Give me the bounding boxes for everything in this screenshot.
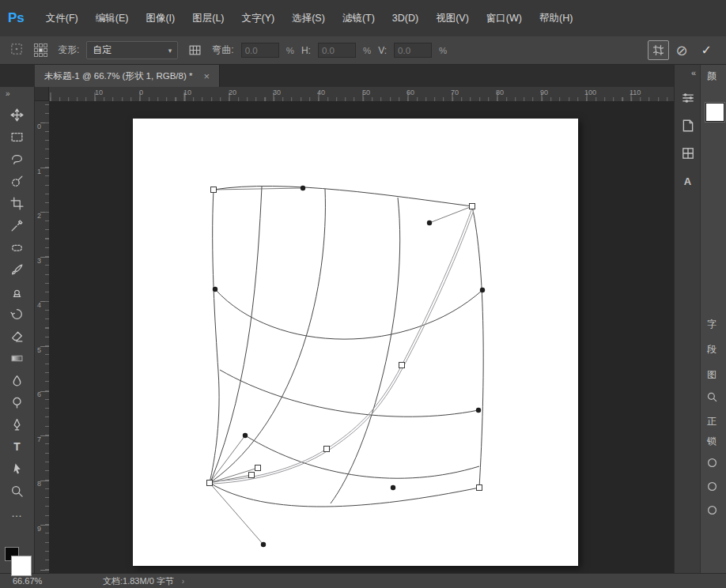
layer-visibility-toggle[interactable] <box>706 481 718 496</box>
adjustments-panel-button[interactable] <box>678 88 698 108</box>
rect-marquee-tool[interactable] <box>0 126 35 148</box>
eyedropper-tool[interactable] <box>0 214 35 236</box>
tab-close-icon[interactable]: × <box>203 70 210 82</box>
glyphs-panel-button[interactable]: A <box>678 171 698 191</box>
history-brush-icon <box>10 307 24 321</box>
vertical-ruler[interactable]: 0 1 2 3 4 5 6 7 8 9 <box>35 101 50 574</box>
ruler-mark: 30 <box>273 89 281 96</box>
warp-anchor-point[interactable] <box>255 466 261 471</box>
paragraph-panel-tab[interactable]: 段 <box>707 343 717 356</box>
warp-anchor-point[interactable] <box>324 447 330 452</box>
horizontal-ruler[interactable]: 10 0 10 20 30 40 50 60 70 80 90 100 110 <box>35 87 674 102</box>
v-percent: % <box>439 46 447 55</box>
menu-layer[interactable]: 图层(L) <box>183 0 233 36</box>
warp-anchor-point[interactable] <box>477 485 482 491</box>
v-distort-input[interactable] <box>394 43 432 58</box>
menu-3d[interactable]: 3D(D) <box>384 0 427 36</box>
toolbar-collapse-icon[interactable]: » <box>0 87 10 104</box>
warp-handle-dot[interactable] <box>480 288 485 292</box>
warp-orientation-button[interactable] <box>185 41 205 59</box>
warp-grid <box>210 187 483 507</box>
panel-column-clipped: 颜 字 段 图 正 锁 <box>700 65 726 574</box>
brush-tool[interactable] <box>0 258 35 281</box>
color-swatch[interactable] <box>705 103 724 122</box>
layers-panel-tab[interactable]: 图 <box>707 368 717 382</box>
type-tool[interactable]: T <box>0 435 35 458</box>
clone-stamp-icon <box>10 285 24 299</box>
gradient-tool[interactable] <box>0 347 35 369</box>
photoshop-window: Ps 文件(F) 编辑(E) 图像(I) 图层(L) 文字(Y) 选择(S) 滤… <box>0 0 726 588</box>
ruler-mark: 6 <box>37 390 41 398</box>
cancel-transform-button[interactable]: ⊘ <box>676 42 688 59</box>
warp-anchor-point[interactable] <box>249 473 255 478</box>
path-selection-tool[interactable] <box>0 458 35 480</box>
warp-handle-dot[interactable] <box>476 408 481 413</box>
more-tools-button[interactable]: … <box>0 502 35 524</box>
menu-file[interactable]: 文件(F) <box>37 0 87 36</box>
blend-mode-label[interactable]: 正 <box>707 415 717 428</box>
move-icon <box>10 108 24 122</box>
menu-view[interactable]: 视图(V) <box>427 0 478 36</box>
document-size-info[interactable]: 文档:1.83M/0 字节 <box>103 575 174 587</box>
info-panel-button[interactable] <box>678 143 698 164</box>
warp-handle-dot[interactable] <box>243 433 248 438</box>
move-tool[interactable] <box>0 104 35 126</box>
fg-bg-color-control[interactable] <box>5 547 35 580</box>
quick-selection-tool[interactable] <box>0 170 35 192</box>
foreground-color-swatch[interactable] <box>11 556 32 576</box>
menu-edit[interactable]: 编辑(E) <box>87 0 138 36</box>
layer-filter-button[interactable] <box>706 391 718 406</box>
history-brush-tool[interactable] <box>0 303 35 325</box>
layer-visibility-toggle[interactable] <box>706 457 718 472</box>
warp-handle-dot[interactable] <box>213 287 217 292</box>
warp-handle-dot[interactable] <box>261 542 266 547</box>
patch-tool[interactable] <box>0 236 35 258</box>
commit-transform-button[interactable]: ✓ <box>701 43 712 58</box>
warp-mode-toggle-button[interactable] <box>648 40 669 60</box>
menu-window[interactable]: 窗口(W) <box>478 0 531 36</box>
ruler-mark: 20 <box>229 89 236 96</box>
crop-tool[interactable] <box>0 192 35 214</box>
color-panel-tab[interactable]: 颜 <box>707 70 717 83</box>
h-distort-input[interactable] <box>318 43 356 58</box>
ruler-mark: 90 <box>540 89 548 96</box>
blur-tool[interactable] <box>0 369 35 391</box>
warp-handle-dot[interactable] <box>427 220 432 225</box>
document-tab[interactable]: 未标题-1 @ 66.7% (形状 1, RGB/8) * × <box>35 65 220 87</box>
eye-icon <box>706 481 718 492</box>
warp-anchor-point[interactable] <box>399 363 405 368</box>
warp-anchor-point[interactable] <box>470 204 475 209</box>
clone-stamp-tool[interactable] <box>0 281 35 303</box>
menu-image[interactable]: 图像(I) <box>137 0 183 36</box>
zoom-tool[interactable] <box>0 480 35 502</box>
document-tab-bar: 未标题-1 @ 66.7% (形状 1, RGB/8) * × <box>0 65 726 87</box>
document-canvas[interactable] <box>133 119 578 566</box>
status-expand-icon[interactable]: › <box>182 577 184 586</box>
adjustments-icon <box>681 91 695 105</box>
warp-handle-dot[interactable] <box>301 186 305 190</box>
warp-control-points[interactable] <box>207 186 486 547</box>
menu-filter[interactable]: 滤镜(T) <box>334 0 384 36</box>
bend-input[interactable] <box>241 43 279 58</box>
menu-help[interactable]: 帮助(H) <box>531 0 581 36</box>
lasso-tool[interactable] <box>0 148 35 170</box>
pen-tool[interactable] <box>0 413 35 435</box>
warp-handle-dot[interactable] <box>391 485 395 490</box>
reference-point-locator[interactable] <box>34 43 47 57</box>
pasteboard[interactable] <box>49 101 674 574</box>
layer-visibility-toggle[interactable] <box>706 504 718 519</box>
warp-style-select[interactable]: 自定 ▾ <box>86 41 178 59</box>
dodge-tool[interactable] <box>0 391 35 413</box>
menu-type[interactable]: 文字(Y) <box>233 0 284 36</box>
ruler-mark: 70 <box>451 89 459 96</box>
warp-anchor-point[interactable] <box>211 187 217 193</box>
character-panel-tab[interactable]: 字 <box>707 318 717 331</box>
eraser-tool[interactable] <box>0 325 35 347</box>
warp-mesh-svg[interactable] <box>133 119 578 566</box>
menu-select[interactable]: 选择(S) <box>283 0 334 36</box>
menu-bar: Ps 文件(F) 编辑(E) 图像(I) 图层(L) 文字(Y) 选择(S) 滤… <box>0 0 726 37</box>
photoshop-logo: Ps <box>8 10 25 26</box>
warp-anchor-point[interactable] <box>207 481 213 486</box>
brush-icon <box>10 263 24 277</box>
styles-panel-button[interactable] <box>678 115 698 136</box>
